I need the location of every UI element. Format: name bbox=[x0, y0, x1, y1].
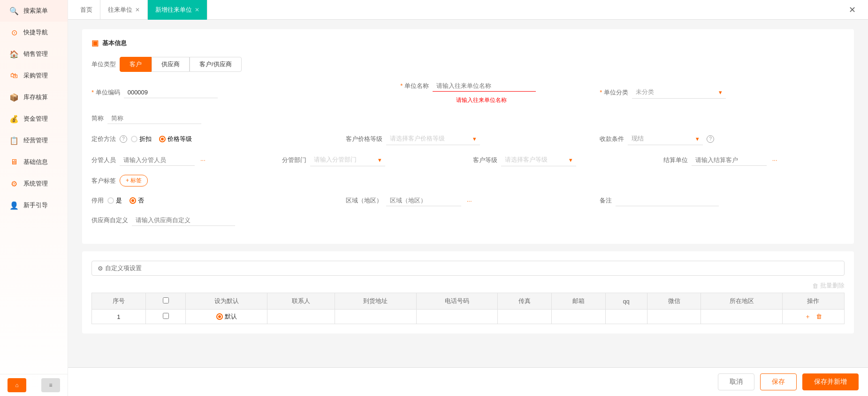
sidebar-expand-btn[interactable]: ≡ bbox=[41, 378, 60, 392]
sidebar-item-quicknav[interactable]: ⊙ 快捷导航 bbox=[0, 22, 68, 43]
col-phone: 电话号码 bbox=[416, 293, 497, 310]
payment-select[interactable]: 现结 ▾ bbox=[628, 132, 703, 145]
supplier-custom-input[interactable] bbox=[132, 215, 235, 226]
sidebar-item-operations[interactable]: 📋 经营管理 bbox=[0, 130, 68, 151]
row-phone[interactable] bbox=[416, 310, 497, 324]
unit-category-select[interactable]: 未分类 ▾ bbox=[632, 86, 726, 99]
row-region[interactable] bbox=[701, 310, 782, 324]
settlement-more-btn[interactable]: ··· bbox=[770, 156, 779, 163]
region-group: 区域（地区） ··· bbox=[346, 195, 591, 206]
pricing-row: 定价方法 ? 折扣 价格等级 客户价格等级 bbox=[91, 132, 845, 145]
tags-group: 客户标签 + 标签 bbox=[91, 175, 148, 186]
tags-label: 客户标签 bbox=[91, 177, 116, 185]
sidebar-item-inventory[interactable]: 📦 库存核算 bbox=[0, 86, 68, 108]
footer: 取消 保存 保存并新增 bbox=[68, 367, 868, 396]
type-btn-customer[interactable]: 客户 bbox=[120, 57, 152, 72]
batch-delete-label: 批量删除 bbox=[820, 281, 845, 290]
sales-icon: 🏠 bbox=[9, 49, 19, 59]
type-btn-supplier[interactable]: 供应商 bbox=[152, 57, 190, 72]
abbreviation-input[interactable] bbox=[107, 113, 201, 124]
row-seq: 1 bbox=[92, 310, 146, 324]
col-seq: 序号 bbox=[92, 293, 146, 310]
close-partner-tab[interactable]: ✕ bbox=[135, 7, 140, 13]
tab-bar: 首页 往来单位 ✕ 新增往来单位 ✕ ✕ bbox=[68, 0, 868, 20]
pricing-radio-discount[interactable]: 折扣 bbox=[131, 135, 152, 143]
region-input[interactable] bbox=[386, 195, 461, 206]
sidebar-home-btn[interactable]: ⌂ bbox=[8, 378, 26, 392]
disable-radio-group: 是 否 bbox=[107, 196, 144, 205]
table-header-row: 序号 设为默认 联系人 到货地址 电话号码 传真 邮箱 qq 微信 所在地区 操… bbox=[92, 293, 845, 310]
tab-new-partner[interactable]: 新增往来单位 ✕ bbox=[148, 0, 207, 20]
disable-no-circle bbox=[129, 197, 136, 204]
sidebar-item-newbie[interactable]: 👤 新手引导 bbox=[0, 194, 68, 216]
settlement-label: 结算单位 bbox=[663, 156, 688, 164]
disable-radio-yes[interactable]: 是 bbox=[107, 196, 122, 205]
add-tag-button[interactable]: + 标签 bbox=[120, 175, 148, 186]
row-wechat[interactable] bbox=[647, 310, 701, 324]
cancel-button[interactable]: 取消 bbox=[718, 373, 754, 390]
system-icon: ⚙ bbox=[9, 179, 19, 188]
sidebar-item-system[interactable]: ⚙ 系统管理 bbox=[0, 173, 68, 194]
col-fax: 传真 bbox=[497, 293, 551, 310]
pricing-help-icon[interactable]: ? bbox=[120, 135, 127, 143]
dept-select[interactable]: 请输入分管部门 ▾ bbox=[310, 154, 385, 166]
col-actions: 操作 bbox=[782, 293, 844, 310]
price-level-group: 客户价格等级 请选择客户价格等级 ▾ bbox=[346, 132, 591, 145]
close-main-button[interactable]: ✕ bbox=[841, 5, 863, 15]
price-level-select[interactable]: 请选择客户价格等级 ▾ bbox=[386, 132, 480, 145]
sidebar-item-sales[interactable]: 🏠 销售管理 bbox=[0, 43, 68, 65]
unit-name-label: 单位名称 bbox=[400, 82, 429, 90]
row-contact[interactable] bbox=[267, 310, 335, 324]
type-btn-both[interactable]: 客户/供应商 bbox=[190, 57, 242, 72]
manager-input[interactable] bbox=[120, 155, 195, 166]
row-default: 默认 bbox=[186, 310, 267, 324]
purchase-icon: 🛍 bbox=[9, 71, 19, 80]
manager-more-btn[interactable]: ··· bbox=[198, 156, 207, 163]
sidebar: 🔍 搜索菜单 ⊙ 快捷导航 🏠 销售管理 🛍 采购管理 📦 库存核算 💰 资金管… bbox=[0, 0, 68, 396]
custom-settings-button[interactable]: ⚙ 自定义项设置 bbox=[91, 261, 845, 276]
select-all-checkbox[interactable] bbox=[163, 297, 169, 303]
default-radio[interactable]: 默认 bbox=[190, 312, 262, 321]
row-address[interactable] bbox=[335, 310, 416, 324]
save-button[interactable]: 保存 bbox=[760, 373, 797, 390]
unit-type-row: 单位类型 客户 供应商 客户/供应商 bbox=[91, 57, 845, 72]
tab-home[interactable]: 首页 bbox=[73, 0, 100, 20]
gear-icon: ⚙ bbox=[98, 265, 103, 272]
disable-group: 停用 是 否 bbox=[91, 196, 336, 205]
disable-radio-no[interactable]: 否 bbox=[129, 196, 144, 205]
payment-help-icon[interactable]: ? bbox=[707, 135, 714, 143]
row-add-btn[interactable]: ＋ bbox=[805, 313, 811, 320]
quicknav-icon: ⊙ bbox=[9, 28, 19, 37]
price-level-label: 客户价格等级 bbox=[346, 135, 382, 143]
manager-row: 分管人员 ··· 分管部门 请输入分管部门 ▾ 客户等级 请选择客户等级 ▾ bbox=[91, 154, 845, 166]
col-address: 到货地址 bbox=[335, 293, 416, 310]
unit-type-group: 单位类型 客户 供应商 客户/供应商 bbox=[91, 57, 242, 72]
row-email[interactable] bbox=[551, 310, 605, 324]
tab-partner[interactable]: 往来单位 ✕ bbox=[100, 0, 148, 20]
price-level-arrow-icon: ▾ bbox=[473, 135, 476, 142]
close-new-partner-tab[interactable]: ✕ bbox=[195, 7, 199, 13]
pricing-radio-level[interactable]: 价格等级 bbox=[159, 135, 192, 143]
save-new-button[interactable]: 保存并新增 bbox=[802, 373, 859, 390]
row-select-checkbox[interactable] bbox=[163, 313, 169, 319]
settlement-input[interactable] bbox=[692, 155, 767, 166]
table-row: 1 默认 bbox=[92, 310, 845, 324]
pricing-label: 定价方法 bbox=[91, 135, 116, 143]
payment-group: 收款条件 现结 ▾ ? bbox=[600, 132, 845, 145]
batch-delete-icon: 🗑 bbox=[812, 282, 818, 289]
sidebar-item-finance[interactable]: 💰 资金管理 bbox=[0, 108, 68, 130]
sidebar-item-purchase[interactable]: 🛍 采购管理 bbox=[0, 65, 68, 86]
row-fax[interactable] bbox=[497, 310, 551, 324]
unit-code-input[interactable] bbox=[124, 87, 218, 98]
row-qq[interactable] bbox=[605, 310, 647, 324]
note-input[interactable] bbox=[616, 195, 719, 206]
row-checkbox[interactable] bbox=[145, 310, 186, 324]
region-more-btn[interactable]: ··· bbox=[465, 197, 474, 204]
search-icon: 🔍 bbox=[9, 6, 19, 16]
abbreviation-row: 简称 bbox=[91, 113, 845, 124]
sidebar-item-basic[interactable]: 🖥 基础信息 bbox=[0, 151, 68, 173]
unit-name-input[interactable] bbox=[433, 80, 536, 92]
customer-level-select[interactable]: 请选择客户等级 ▾ bbox=[501, 154, 576, 166]
row-delete-btn[interactable]: 🗑 bbox=[816, 313, 822, 320]
sidebar-item-search[interactable]: 🔍 搜索菜单 bbox=[0, 0, 68, 22]
